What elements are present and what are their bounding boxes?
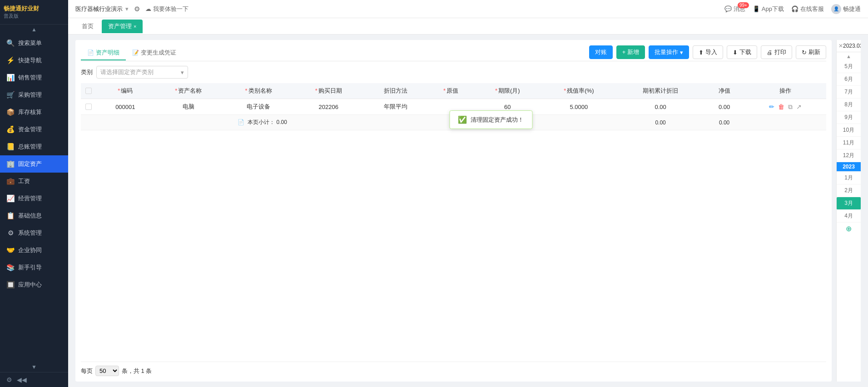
month-item[interactable]: 8月 [837, 99, 861, 111]
import-btn[interactable]: ⬆ 导入 [693, 45, 723, 59]
header-original-value: *原值 [427, 83, 475, 99]
panel-header: ✕ 2023.03 ⤢ [837, 40, 861, 52]
sidebar-item-guide[interactable]: 📚新手引导 [0, 259, 68, 276]
user-menu-btn[interactable]: 👤 畅捷通 [831, 4, 861, 14]
subtotal-label: 本页小计： [248, 119, 275, 125]
edit-icon-0[interactable]: ✏ [769, 103, 774, 110]
collapse-icon[interactable]: ◀◀ [17, 376, 27, 383]
header-period: *期限(月) [474, 83, 541, 99]
cell-action-0: ✏ 🗑 ⧉ ↗ [744, 99, 826, 115]
settings-gear-icon[interactable]: ⚙ [134, 5, 140, 13]
sidebar-item-fixed-assets[interactable]: 🏢固定资产 [0, 155, 68, 173]
experience-btn[interactable]: ☁ 我要体验一下 [145, 5, 188, 13]
more-icon-0[interactable]: ↗ [796, 103, 802, 110]
batch-btn[interactable]: 批量操作 ▾ [649, 45, 689, 59]
month-item[interactable]: 10月 [837, 124, 861, 137]
row-checkbox-0[interactable] [85, 104, 92, 110]
month-item[interactable]: 4月 [837, 210, 861, 223]
category-select[interactable]: 请选择固定资产类别 ▾ [96, 66, 188, 79]
message-btn[interactable]: 💬 消息 99+ [724, 5, 745, 13]
guide-icon: 📚 [6, 263, 15, 272]
toolbar: 对账 + 新增 批量操作 ▾ ⬆ 导入 ⬇ 下载 🖨 [589, 45, 826, 61]
account-btn[interactable]: 对账 [589, 45, 613, 59]
sidebar-label-system: 系统管理 [18, 229, 42, 237]
month-item[interactable]: 1月 [837, 172, 861, 184]
cell-net-0: 0.00 [704, 99, 745, 115]
delete-icon-0[interactable]: 🗑 [778, 103, 784, 110]
month-item[interactable]: 6月 [837, 73, 861, 86]
fund-icon: 💰 [6, 125, 15, 134]
message-badge: 99+ [738, 2, 749, 8]
sub-tab-change-voucher[interactable]: 📝 变更生成凭证 [126, 46, 183, 60]
category-dropdown-arrow: ▾ [181, 69, 184, 76]
import-icon: ⬆ [699, 49, 704, 56]
sidebar-label-salary: 工资 [18, 177, 30, 185]
ledger-icon: 📒 [6, 143, 15, 151]
select-all-checkbox[interactable] [85, 88, 92, 94]
sidebar-item-fund[interactable]: 💰资金管理 [0, 121, 68, 138]
app-download-label: App下载 [762, 5, 784, 13]
copy-icon-0[interactable]: ⧉ [788, 103, 793, 111]
refresh-btn[interactable]: ↻ 刷新 [796, 45, 826, 59]
success-toast: ✅ 清理固定资产成功！ [449, 110, 532, 129]
sidebar-item-purchase[interactable]: 🛒采购管理 [0, 86, 68, 104]
print-icon: 🖨 [767, 49, 773, 56]
company-selector[interactable]: 医疗器械行业演示 ▾ [75, 5, 129, 13]
service-icon: 🎧 [791, 5, 799, 12]
sidebar-label-fund: 资金管理 [18, 125, 42, 134]
download-btn[interactable]: ⬇ 下载 [727, 45, 757, 59]
cloud-icon: ☁ [145, 5, 151, 12]
print-label: 打印 [774, 48, 786, 56]
company-dropdown-arrow: ▾ [125, 5, 129, 12]
panel-close-btn[interactable]: ✕ [838, 43, 843, 49]
panel-year-month: 2023.03 [843, 43, 861, 49]
settings-icon[interactable]: ⚙ [6, 376, 12, 383]
month-item[interactable]: 7月 [837, 86, 861, 99]
tab-asset-mgmt-label: 资产管理 [108, 22, 132, 30]
experience-text: 我要体验一下 [153, 5, 188, 13]
search-icon: 🔍 [6, 39, 15, 47]
tab-asset-mgmt[interactable]: 资产管理 × [102, 20, 143, 33]
month-item[interactable]: 5月 [837, 60, 861, 73]
sidebar-item-business-mgmt[interactable]: 📈经营管理 [0, 190, 68, 207]
cell-code-0: 000001 [97, 99, 154, 115]
sidebar-item-quick-nav[interactable]: ⚡快捷导航 [0, 52, 68, 69]
print-btn[interactable]: 🖨 打印 [761, 45, 792, 59]
sidebar-item-system[interactable]: ⚙系统管理 [0, 224, 68, 242]
sub-tab-asset-detail[interactable]: 📄 资产明细 [81, 46, 126, 60]
new-btn[interactable]: + 新增 [616, 45, 645, 59]
cell-initial-0: 0.00 [617, 99, 704, 115]
panel-bottom-action[interactable]: ⊕ [837, 223, 861, 235]
panel-scroll-up[interactable]: ▲ [837, 52, 861, 60]
sidebar-item-sales[interactable]: 📊销售管理 [0, 69, 68, 86]
app-download-btn[interactable]: 📱 App下载 [753, 5, 784, 13]
online-service-btn[interactable]: 🎧 在线客服 [791, 5, 824, 13]
app-title: 畅捷通好业财 [4, 5, 64, 13]
right-panel: ✕ 2023.03 ⤢ ▲ 5月6月7月8月9月10月11月12月20231月2… [836, 40, 861, 382]
sidebar-item-ledger[interactable]: 📒总账管理 [0, 138, 68, 155]
header-residual-rate: *残值率(%) [541, 83, 617, 99]
month-item[interactable]: 2月 [837, 184, 861, 197]
header-purchase-date: *购买日期 [293, 83, 363, 99]
sidebar-scroll-up[interactable]: ▲ [0, 25, 68, 35]
sidebar-item-search[interactable]: 🔍搜索菜单 [0, 35, 68, 52]
sidebar-item-salary[interactable]: 💼工资 [0, 173, 68, 190]
month-item[interactable]: 11月 [837, 137, 861, 149]
sales-icon: 📊 [6, 74, 15, 82]
sidebar-item-basic-info[interactable]: 📋基础信息 [0, 207, 68, 224]
sidebar-scroll-down[interactable]: ▼ [0, 362, 68, 372]
sidebar-item-app-center[interactable]: 🔲应用中心 [0, 276, 68, 293]
tab-home[interactable]: 首页 [75, 20, 100, 33]
refresh-icon: ↻ [802, 49, 807, 56]
sidebar-item-cooperation[interactable]: 🤝企业协同 [0, 242, 68, 259]
per-page-select[interactable]: 50 100 [95, 366, 119, 376]
tab-close-icon[interactable]: × [134, 24, 136, 29]
month-item[interactable]: 12月 [837, 149, 861, 162]
month-item[interactable]: 3月 [837, 197, 861, 210]
sidebar-label-quick-nav: 快捷导航 [18, 56, 42, 64]
batch-arrow-icon: ▾ [680, 49, 683, 56]
month-item[interactable]: 9月 [837, 111, 861, 124]
basic-info-icon: 📋 [6, 212, 15, 220]
quick-nav-icon: ⚡ [6, 56, 15, 64]
sidebar-item-inventory[interactable]: 📦库存核算 [0, 104, 68, 121]
